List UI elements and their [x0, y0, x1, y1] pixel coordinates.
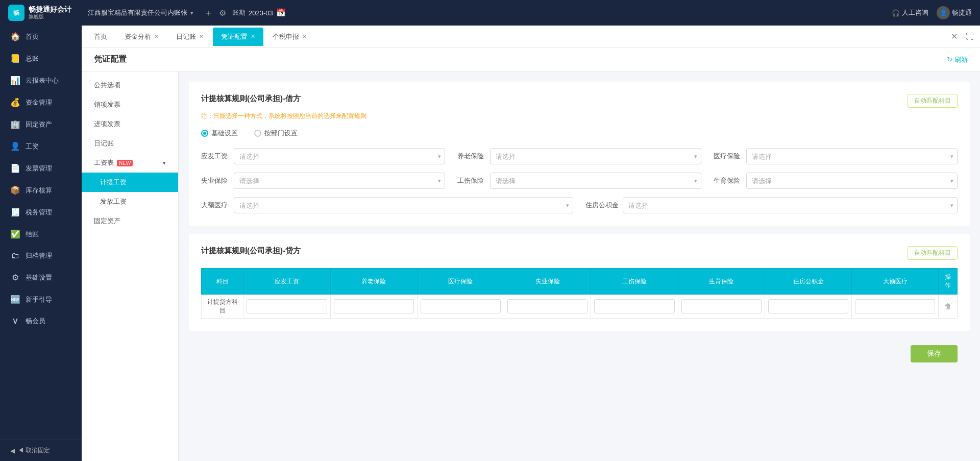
tab-journal-close[interactable]: ✕ [199, 33, 204, 40]
sidebar-label-capital: 资金管理 [26, 98, 52, 107]
nav-item-payroll-table[interactable]: 工资表 NEW ▾ [82, 153, 178, 173]
td-housing-input[interactable] [765, 295, 851, 319]
sidebar-item-settings[interactable]: ⚙ 基础设置 [0, 266, 82, 288]
radio-basic-circle [201, 130, 208, 137]
credit-section: 计提核算规则(公司承担)-贷方 自动匹配科目 科目 应发工资 养老保险 医疗保险 [189, 234, 970, 331]
radio-basic[interactable]: 基础设置 [201, 129, 238, 138]
tab-capital-close[interactable]: ✕ [154, 33, 159, 40]
ledger-icon: 📒 [10, 54, 20, 63]
logo: 畅 畅捷通好会计 旗舰版 [8, 5, 71, 21]
service-button[interactable]: 🎧 人工咨询 [892, 8, 928, 17]
user-menu[interactable]: 👤 畅捷通 [937, 6, 972, 19]
td-unemployment-input[interactable] [504, 295, 591, 319]
sidebar-item-capital[interactable]: 💰 资金管理 [0, 91, 82, 113]
sidebar-label-ledger: 总账 [26, 54, 39, 63]
nav-label-payroll-pay: 发放工资 [100, 197, 127, 206]
cancel-pin-button[interactable]: ◀ ◀ 取消固定 [0, 440, 82, 461]
tab-capital[interactable]: 资金分析 ✕ [116, 28, 167, 46]
credit-auto-match-button[interactable]: 自动匹配科目 [908, 246, 958, 260]
credit-table-section: 科目 应发工资 养老保险 医疗保险 失业保险 工伤保险 生育保险 住房公积金 大… [201, 268, 958, 319]
expand-icon[interactable]: ⛶ [964, 30, 976, 43]
sidebar-item-payroll[interactable]: 👤 工资 [0, 135, 82, 157]
debit-auto-match-button[interactable]: 自动匹配科目 [908, 94, 958, 108]
td-large-medical-input[interactable] [852, 295, 939, 319]
td-medical-input[interactable] [417, 295, 504, 319]
nav-item-common[interactable]: 公共选项 [82, 76, 178, 95]
nav-label-accrual: 计提工资 [100, 178, 127, 187]
invoice-icon: 📄 [10, 163, 20, 173]
sidebar-label-guide: 新手引导 [26, 295, 52, 304]
sidebar-item-checkout[interactable]: ✅ 结账 [0, 223, 82, 245]
radio-dept[interactable]: 按部门设置 [254, 129, 298, 138]
input-pension[interactable] [334, 299, 414, 313]
input-large-medical[interactable] [855, 299, 935, 313]
select-injury[interactable]: 请选择 [490, 173, 701, 189]
debit-form-row1: 应发工资 请选择 ▾ 养老保险 [201, 148, 958, 164]
user-name: 畅捷通 [952, 8, 972, 17]
input-maternity[interactable] [681, 299, 762, 313]
nav-label-fixed-assets: 固定资产 [94, 216, 120, 226]
nav-item-payroll-pay[interactable]: 发放工资 [82, 192, 178, 211]
tab-voucher[interactable]: 凭证配置 ✕ [213, 28, 263, 46]
td-maternity-input[interactable] [678, 295, 765, 319]
nav-item-diary[interactable]: 日记账 [82, 134, 178, 153]
sidebar-item-vip[interactable]: V 畅会员 [0, 310, 82, 332]
tab-tax-label: 个税申报 [273, 32, 299, 41]
sidebar-item-invoice[interactable]: 📄 发票管理 [0, 157, 82, 179]
debit-section-title: 计提核算规则(公司承担)-借方 [201, 94, 301, 104]
credit-table-body: 计提贷方科目 🗑 [202, 295, 958, 319]
td-pension-input[interactable] [330, 295, 417, 319]
td-salary-input[interactable] [243, 295, 330, 319]
tab-voucher-close[interactable]: ✕ [251, 33, 255, 40]
sidebar-item-tax[interactable]: 🧾 税务管理 [0, 201, 82, 223]
input-housing[interactable] [768, 299, 848, 313]
nav-item-sales[interactable]: 销项发票 [82, 95, 178, 114]
input-salary[interactable] [247, 299, 327, 313]
sidebar-item-fixed[interactable]: 🏢 固定资产 [0, 113, 82, 135]
close-window-icon[interactable]: ✕ [949, 30, 960, 43]
nav-item-fixed-assets[interactable]: 固定资产 [82, 211, 178, 231]
sidebar-item-ledger[interactable]: 📒 总账 [0, 47, 82, 69]
input-medical[interactable] [421, 299, 501, 313]
select-maternity[interactable]: 请选择 [746, 173, 958, 189]
field-injury: 工伤保险 请选择 ▾ [457, 173, 701, 189]
label-maternity: 生育保险 [714, 176, 742, 185]
td-injury-input[interactable] [591, 295, 678, 319]
nav-item-accrual[interactable]: 计提工资 [82, 173, 178, 192]
capital-icon: 💰 [10, 98, 20, 107]
delete-row-icon[interactable]: 🗑 [944, 302, 951, 310]
company-selector[interactable]: 江西服宝精品有限责任公司内账张 ▾ [88, 8, 193, 17]
sidebar-item-inventory[interactable]: 📦 库存核算 [0, 179, 82, 201]
tab-tax[interactable]: 个税申报 ✕ [264, 28, 315, 46]
cancel-pin-icon: ◀ [10, 447, 15, 454]
add-tab-button[interactable]: ＋ [204, 7, 213, 19]
select-unemployment[interactable]: 请选择 [234, 173, 445, 189]
sidebar-item-home[interactable]: 🏠 首页 [0, 26, 82, 47]
input-injury[interactable] [594, 299, 674, 313]
credit-section-title: 计提核算规则(公司承担)-贷方 [201, 246, 301, 256]
home-icon: 🏠 [10, 32, 20, 41]
tab-home[interactable]: 首页 [86, 28, 115, 46]
sidebar-item-archive[interactable]: 🗂 归档管理 [0, 245, 82, 266]
tab-tax-close[interactable]: ✕ [302, 33, 307, 40]
save-button[interactable]: 保存 [911, 345, 958, 362]
tab-journal[interactable]: 日记账 ✕ [168, 28, 212, 46]
th-unemployment: 失业保险 [504, 269, 591, 295]
select-salary[interactable]: 请选择 [234, 148, 445, 164]
settings-icon[interactable]: ⚙ [219, 8, 226, 18]
select-housing[interactable]: 请选择 [623, 197, 958, 213]
select-large-medical[interactable]: 请选择 [234, 197, 573, 213]
calendar-icon[interactable]: 📅 [276, 8, 286, 17]
input-unemployment[interactable] [507, 299, 587, 313]
period-value[interactable]: 2023-03 [249, 9, 273, 17]
sidebar-item-reports[interactable]: 📊 云报表中心 [0, 69, 82, 91]
nav-item-purchase[interactable]: 进项发票 [82, 114, 178, 134]
select-pension[interactable]: 请选择 [490, 148, 701, 164]
chevron-down-icon: ▾ [163, 160, 166, 166]
refresh-button[interactable]: ↻ 刷新 [947, 55, 968, 64]
avatar: 👤 [937, 6, 950, 19]
sidebar: 🏠 首页 📒 总账 📊 云报表中心 💰 资金管理 🏢 固定资产 👤 工资 📄 发… [0, 26, 82, 461]
sidebar-label-tax: 税务管理 [26, 208, 52, 217]
sidebar-item-guide[interactable]: 🆕 新手引导 [0, 288, 82, 310]
select-medical[interactable]: 请选择 [746, 148, 958, 164]
